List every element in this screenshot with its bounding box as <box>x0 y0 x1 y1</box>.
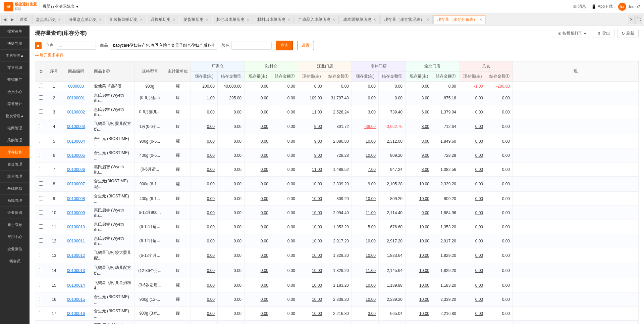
sidebar-item-11[interactable]: 资金管理 <box>0 158 30 171</box>
th-changjiaCun: 厂家仓 <box>191 61 245 72</box>
sidebar-item-5[interactable]: 会员中心 <box>0 86 30 98</box>
row-checkbox-16[interactable] <box>39 311 43 315</box>
tab-item-1[interactable]: 盘点单历史✕ <box>32 15 64 24</box>
sidebar-item-1[interactable]: 快捷导航 <box>0 38 30 50</box>
tab-label-2: 分量盘点单历史 <box>69 17 97 22</box>
row-checkbox-1[interactable] <box>39 95 43 100</box>
row-checkbox-9[interactable] <box>39 210 43 215</box>
td-yubei-amt: 1,183.20 <box>432 278 459 292</box>
collapse-btn[interactable]: ▶ <box>35 42 42 49</box>
td-nanan-amt: 2,114.40 <box>379 206 406 220</box>
td-check <box>35 91 47 105</box>
row-checkbox-14[interactable] <box>39 283 43 287</box>
breadcrumb-selector[interactable]: 母婴行业演示陈套 ▾ <box>40 3 81 10</box>
row-checkbox-10[interactable] <box>39 224 43 229</box>
tab-close-2[interactable]: ✕ <box>99 18 102 21</box>
row-checkbox-8[interactable] <box>39 196 43 200</box>
sidebar-item-0[interactable]: 搜索英单 <box>0 26 30 38</box>
query-btn[interactable]: 查询 <box>276 41 293 50</box>
tab-close-9[interactable]: ✕ <box>373 18 376 21</box>
tab-item-11[interactable]: 现存量（库存分布表）✕ <box>433 15 486 24</box>
row-checkbox-5[interactable] <box>39 153 43 157</box>
tab-label-6: 其他出库单历史 <box>216 17 245 22</box>
sidebar-item-2[interactable]: 零售管理▲ <box>0 50 30 62</box>
row-checkbox-4[interactable] <box>39 139 43 143</box>
app-download-item[interactable]: 📱 App下载 <box>591 4 613 9</box>
row-checkbox-13[interactable] <box>39 268 43 272</box>
sidebar-item-4[interactable]: 营销推广 <box>0 74 30 86</box>
tab-close-6[interactable]: ✕ <box>247 18 249 21</box>
td-unit: 罐 <box>165 278 191 292</box>
td-yubei-amt: 1,849.60 <box>432 134 459 148</box>
td-check <box>35 134 47 148</box>
tab-item-4[interactable]: 调拨单历史✕ <box>147 15 179 24</box>
sidebar-item-15[interactable]: 企业协同 <box>0 207 30 219</box>
row-checkbox-7[interactable] <box>39 181 43 186</box>
sidebar-item-16[interactable]: 新手引导 <box>0 219 30 231</box>
export-btn[interactable]: ⬆ 导出 <box>593 29 614 38</box>
tab-expand-btn[interactable]: ⛶ <box>635 15 642 24</box>
sidebar-item-6[interactable]: 零售统计 <box>0 98 30 110</box>
row-checkbox-0[interactable] <box>39 84 43 88</box>
row-checkbox-3[interactable] <box>39 124 43 128</box>
row-checkbox-11[interactable] <box>39 238 43 243</box>
sidebar-item-3[interactable]: 零售商城 <box>0 62 30 74</box>
td-yubei-amt: 1,379.04 <box>432 105 459 119</box>
td-spec: (6-12个月... <box>135 248 165 263</box>
td-jiangbei-num: 109.00 <box>298 91 325 105</box>
user-item[interactable]: Ea demo2 <box>618 3 640 11</box>
sidebar-item-19[interactable]: 畅会员 <box>0 255 30 267</box>
sidebar-item-9[interactable]: 采购管理 <box>0 134 30 146</box>
tab-close-3[interactable]: ✕ <box>140 18 143 21</box>
tab-item-10[interactable]: 现存量（库存状况表）✕ <box>380 15 433 24</box>
tab-close-8[interactable]: ✕ <box>332 18 335 21</box>
row-checkbox-15[interactable] <box>39 297 43 301</box>
sidebar-item-7[interactable]: 批发管理▲ <box>0 110 30 122</box>
tab-next-btn[interactable]: ▶ <box>9 15 15 24</box>
refresh-btn[interactable]: ↻ 刷新 <box>617 29 639 38</box>
tab-close-4[interactable]: ✕ <box>173 18 175 21</box>
tab-close-10[interactable]: ✕ <box>426 18 429 21</box>
tab-prev-btn[interactable]: ◀ <box>1 15 8 24</box>
tab-close-1[interactable]: ✕ <box>58 18 61 21</box>
tab-item-3[interactable]: 组装拆卸单历史✕ <box>106 15 146 24</box>
row-checkbox-2[interactable] <box>39 109 43 114</box>
td-changjiaCun-amt: 0.00 <box>218 278 245 292</box>
sidebar-item-14[interactable]: 系统管理 <box>0 195 30 207</box>
td-nanan-amt: 809.20 <box>379 192 406 206</box>
sidebar-item-12[interactable]: 经营管理 <box>0 171 30 183</box>
message-item[interactable]: ✉ 消息 <box>573 4 586 9</box>
td-name: 飞鹤星飞帆 幼儿配方奶... <box>91 263 135 278</box>
td-no: 16 <box>47 292 61 307</box>
tab-item-9[interactable]: 成本调整单历史✕ <box>339 15 380 24</box>
tab-item-2[interactable]: 分量盘点单历史✕ <box>65 15 105 24</box>
sidebar-item-10[interactable]: 库存核算 <box>0 146 30 158</box>
gear-icon[interactable]: ⚙ <box>39 69 43 74</box>
inventory-table: ⚙ 序号 商品编码 商品名称 规格型号 主计量单位 厂家仓 陆村仓 江北门店 南… <box>35 61 639 324</box>
tab-close-7[interactable]: ✕ <box>287 18 290 21</box>
sidebar-item-17[interactable]: 应用中心 <box>0 231 30 243</box>
tab-item-5[interactable]: 要货单历史✕ <box>180 15 212 24</box>
td-spec: 400g (6-1... <box>135 192 165 206</box>
expand-conditions-btn[interactable]: ▾▾ 展开更多条件 <box>35 52 639 58</box>
tab-close-5[interactable]: ✕ <box>206 18 208 21</box>
row-checkbox-12[interactable] <box>39 253 43 257</box>
warehouse-input[interactable] <box>56 42 96 50</box>
sidebar-item-18[interactable]: 企业微信 <box>0 243 30 255</box>
tab-item-8[interactable]: 产成品入库单历史✕ <box>294 15 339 24</box>
td-unit: 罐 <box>165 119 191 134</box>
sidebar-item-13[interactable]: 基础信息 <box>0 183 30 195</box>
td-check <box>35 278 47 292</box>
tab-item-6[interactable]: 其他出库单历史✕ <box>213 15 253 24</box>
tab-item-0[interactable]: 首页 <box>16 15 32 24</box>
print-btn[interactable]: 🖨 按模板打印 ▾ <box>553 29 590 38</box>
goods-input[interactable] <box>110 42 217 50</box>
tab-item-7[interactable]: 材料出库单历史✕ <box>254 15 294 24</box>
sidebar-item-8[interactable]: 电商管理 <box>0 122 30 134</box>
row-checkbox-6[interactable] <box>39 167 43 171</box>
td-unit: 罐 <box>165 234 191 248</box>
tab-close-all-btn[interactable]: ✕ <box>628 15 635 24</box>
color-input[interactable] <box>231 42 272 50</box>
setting-btn[interactable]: 设置 <box>297 41 314 50</box>
tab-close-11[interactable]: ✕ <box>479 18 482 21</box>
